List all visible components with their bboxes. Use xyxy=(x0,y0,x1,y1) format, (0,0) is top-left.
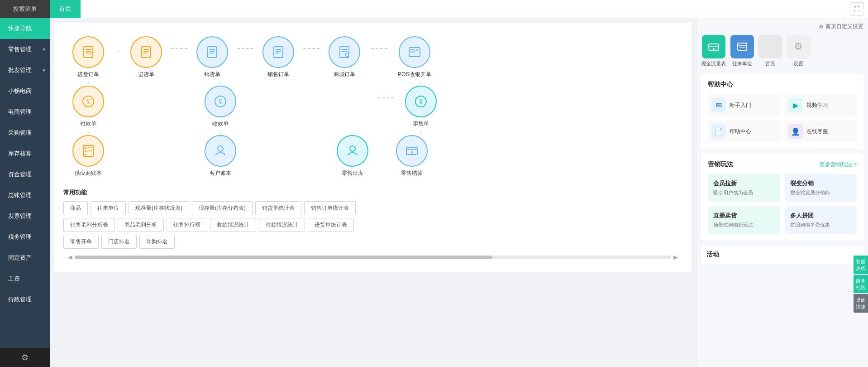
v-arrow-4: ↓ xyxy=(63,128,113,135)
payment-icon: ¥ xyxy=(72,86,104,117)
flow-node-retail[interactable]: ¥ 零售单 xyxy=(394,86,448,128)
sidebar-item-tax[interactable]: 税务管理 xyxy=(0,227,50,247)
top-bar: 搜索菜单 首页 ⛶ xyxy=(0,0,868,18)
svg-point-36 xyxy=(218,146,223,151)
sidebar-item-invoice[interactable]: 发票管理 xyxy=(0,206,50,227)
dashed-arrow-1 xyxy=(171,48,187,49)
scroll-left-arrow[interactable]: ◀ xyxy=(68,254,72,261)
sidebar-item-retail[interactable]: 零售管理 ▼ xyxy=(0,39,50,60)
svg-rect-44 xyxy=(738,43,747,50)
svg-rect-31 xyxy=(85,147,86,149)
svg-point-37 xyxy=(350,146,355,151)
cashflow-icon xyxy=(702,35,725,58)
flow-node-retail-out[interactable]: 零售出库 xyxy=(328,135,377,177)
flow-node-mall-order[interactable]: 商城订单 xyxy=(320,36,369,78)
flow-node-customer-ledger[interactable]: 客户账本 xyxy=(196,135,245,177)
mall-order-icon xyxy=(329,36,360,68)
sidebar-item-purchase[interactable]: 采购管理 xyxy=(0,122,50,143)
func-btn-inventory-dist[interactable]: 现存量(库存分布表) xyxy=(192,201,253,215)
v-arrow-1: ↓ xyxy=(63,78,113,86)
float-btn-desktop[interactable]: 桌面快捷 xyxy=(854,294,868,313)
help-item-support[interactable]: 👤 在线客服 xyxy=(785,121,857,142)
video-label: 视频学习 xyxy=(806,101,828,109)
retail-label: 零售单 xyxy=(413,120,429,128)
flow-node-sales-order[interactable]: 销售订单 xyxy=(253,36,303,78)
v-arrow-6: ↓ xyxy=(394,128,448,135)
flow-node-retail-settle[interactable]: ¥ 零售结算 xyxy=(385,135,439,177)
tab-home[interactable]: 首页 xyxy=(50,0,81,18)
flow-node-payment[interactable]: ¥ 付款单 xyxy=(63,86,113,128)
marketing-group[interactable]: 多人拼团 拼团购物享受优惠 xyxy=(785,206,857,234)
func-btn-partners[interactable]: 往来单位 xyxy=(91,201,126,215)
func-btn-sales-order-stat[interactable]: 销售订单统计表 xyxy=(304,201,356,215)
func-btn-store-rank[interactable]: 门店排名 xyxy=(101,235,137,249)
func-btn-guide-rank[interactable]: 导购排名 xyxy=(139,235,175,249)
svg-text:¥: ¥ xyxy=(87,98,90,105)
func-btn-purchase-stat[interactable]: 进货单统计表 xyxy=(308,218,354,232)
help-item-help[interactable]: 📄 帮助中心 xyxy=(708,121,780,142)
sidebar-item-ledger[interactable]: 总账管理 xyxy=(0,185,50,206)
help-item-beginner[interactable]: ✉ 新手入门 xyxy=(708,94,780,116)
sidebar-settings[interactable]: ⚙ xyxy=(0,348,50,367)
arrow-1: → xyxy=(113,46,121,56)
func-btn-receipt-stat[interactable]: 收款情况统计 xyxy=(210,218,256,232)
marketing-group-title: 多人拼团 xyxy=(790,212,852,220)
float-btn-support[interactable]: 客服热线 xyxy=(854,256,868,274)
func-btn-sales-stat[interactable]: 销货单统计表 xyxy=(255,201,301,215)
supplier-ledger-label: 供应商账本 xyxy=(75,169,102,177)
quick-icon-settings[interactable]: ⚙ 设置 xyxy=(787,35,810,67)
partners-label: 往来单位 xyxy=(732,60,752,67)
sidebar-item-admin[interactable]: 行政管理 xyxy=(0,289,50,310)
v-arrow-3: ↓ xyxy=(394,78,448,86)
payment-label: 付款单 xyxy=(80,120,96,128)
sidebar-item-ecommerce-small[interactable]: 小畅电商 xyxy=(0,81,50,101)
func-btn-sales-rank[interactable]: 销售排行榜 xyxy=(167,218,207,232)
more-marketing-link[interactable]: 更多营销玩法 > xyxy=(820,161,857,169)
vertical-arrows-row-2: ↓ ↓ ↓ xyxy=(63,128,682,135)
quick-icon-none[interactable]: 暂无 xyxy=(758,35,782,67)
search-menu-button[interactable]: 搜索菜单 xyxy=(0,0,50,18)
sidebar-item-quicknav[interactable]: 快捷导航 xyxy=(0,18,50,39)
func-btn-retail-order[interactable]: 零售开单 xyxy=(63,235,99,249)
marketing-fission-title: 裂变分销 xyxy=(790,179,852,188)
func-btn-row-3: 零售开单 门店排名 导购排名 xyxy=(63,235,682,249)
marketing-live[interactable]: 直播卖货 场景式购物新玩法 xyxy=(708,206,780,234)
customize-link[interactable]: ⚙ 首页自定义设置 xyxy=(819,23,863,30)
quick-icon-partners[interactable]: 往来单位 xyxy=(730,35,754,67)
sidebar-item-finance[interactable]: 资金管理 xyxy=(0,164,50,185)
flow-node-purchase[interactable]: 进货单 xyxy=(121,36,171,78)
flow-node-purchase-order[interactable]: 进货订单 xyxy=(63,36,113,78)
retail-settle-label: 零售结算 xyxy=(401,169,423,177)
fullscreen-button[interactable]: ⛶ xyxy=(850,2,863,16)
marketing-fission[interactable]: 裂变分销 裂变式发展分销商 xyxy=(785,174,857,202)
flow-node-receipt[interactable]: ¥ 收款单 xyxy=(196,86,245,128)
help-grid: ✉ 新手入门 ▶ 视频学习 📄 帮助中心 👤 在线客服 xyxy=(708,94,857,142)
purchase-order-label: 进货订单 xyxy=(77,71,99,78)
flow-node-sales[interactable]: 销货单 xyxy=(187,36,237,78)
func-btn-goods-margin[interactable]: 商品毛利分析 xyxy=(118,218,164,232)
flow-node-pos[interactable]: POS收银开单 xyxy=(387,36,442,78)
sidebar-item-inventory[interactable]: 库存核算 xyxy=(0,143,50,164)
marketing-member[interactable]: 会员拉新 吸引用户成为会员 xyxy=(708,174,780,202)
scroll-right-arrow[interactable]: ▶ xyxy=(673,254,678,261)
pos-label: POS收银开单 xyxy=(398,71,431,78)
sidebar-item-wholesale[interactable]: 批发管理 ▼ xyxy=(0,60,50,81)
help-item-video[interactable]: ▶ 视频学习 xyxy=(785,94,857,116)
activity-title: 活动 xyxy=(706,251,858,259)
help-icon: 📄 xyxy=(711,124,726,139)
sidebar-item-salary[interactable]: 工资 xyxy=(0,268,50,289)
func-btn-inventory-status[interactable]: 现存量(库存状况表) xyxy=(129,201,189,215)
sales-label: 销货单 xyxy=(204,71,220,78)
quick-icon-cashflow[interactable]: 现金流量表 xyxy=(701,35,726,67)
support-icon: 👤 xyxy=(788,124,803,139)
scroll-track[interactable] xyxy=(75,256,671,259)
func-btn-goods[interactable]: 商品 xyxy=(63,201,88,215)
float-btn-community[interactable]: 服务社区 xyxy=(854,275,868,294)
func-btn-sales-margin[interactable]: 销售毛利分析表 xyxy=(63,218,115,232)
gear-customize-icon: ⚙ xyxy=(819,24,824,30)
flow-node-supplier-ledger[interactable]: 供应商账本 xyxy=(63,135,113,177)
marketing-fission-subtitle: 裂变式发展分销商 xyxy=(790,189,852,196)
sidebar-item-assets[interactable]: 固定资产 xyxy=(0,247,50,268)
func-btn-payment-stat[interactable]: 付款情况统计 xyxy=(259,218,305,232)
sidebar-item-ecommerce-mgmt[interactable]: 电商管理 xyxy=(0,101,50,122)
